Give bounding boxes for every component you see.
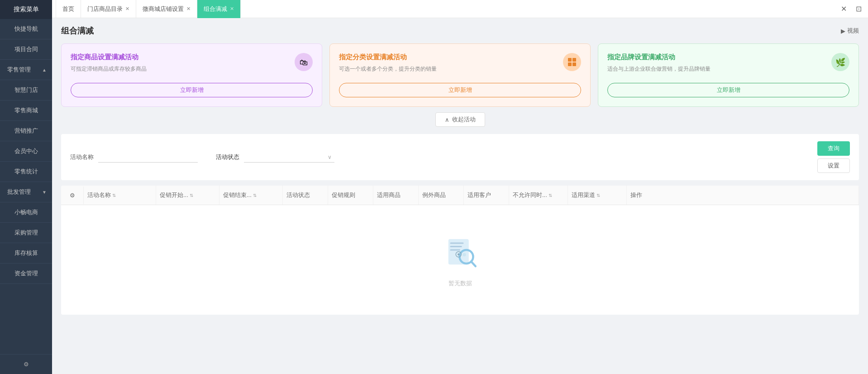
sort-icon: ⇅ bbox=[112, 193, 116, 198]
page-content: 组合满减 ▶ 视频 指定商品设置满减活动 🛍 可指定滞销商品或库存较多商品 立即… bbox=[52, 18, 868, 374]
set-button[interactable]: 设置 bbox=[817, 158, 850, 173]
collapse-bar: ∧ 收起活动 bbox=[61, 112, 859, 127]
svg-rect-11 bbox=[450, 246, 462, 247]
tab-combo-discount[interactable]: 组合满减 ✕ bbox=[197, 0, 241, 18]
tab-store-catalog[interactable]: 门店商品目录 ✕ bbox=[81, 0, 136, 18]
card-goods-add-button[interactable]: 立即新增 bbox=[71, 83, 313, 97]
card-brand-title: 指定品牌设置满减活动 bbox=[607, 53, 849, 62]
card-category-add-button[interactable]: 立即新增 bbox=[339, 83, 581, 97]
card-goods-desc: 可指定滞销商品或库存较多商品 bbox=[71, 65, 313, 77]
cards-row: 指定商品设置满减活动 🛍 可指定滞销商品或库存较多商品 立即新增 指定分类设置满… bbox=[61, 43, 859, 107]
svg-rect-6 bbox=[572, 62, 576, 66]
gear-button[interactable]: ⚙ bbox=[0, 354, 52, 374]
tab-home[interactable]: 首页 bbox=[56, 0, 81, 18]
collapse-activity-button[interactable]: ∧ 收起活动 bbox=[435, 112, 485, 127]
chevron-down-icon: ▼ bbox=[42, 190, 47, 195]
category-icon bbox=[563, 53, 581, 74]
activity-status-label: 活动状态 bbox=[216, 153, 239, 161]
th-end-date[interactable]: 促销结束... ⇅ bbox=[219, 186, 283, 205]
th-status: 活动状态 bbox=[283, 186, 328, 205]
close-tab-wechat-store[interactable]: ✕ bbox=[186, 6, 191, 12]
empty-state: 暂无数据 bbox=[61, 205, 859, 315]
search-actions: 查询 设置 bbox=[817, 141, 850, 173]
card-brand: 指定品牌设置满减活动 🌿 适合与上游企业联合做营销，提升品牌销量 立即新增 bbox=[598, 43, 859, 107]
th-rule: 促销规则 bbox=[328, 186, 373, 205]
sidebar-item-member-center[interactable]: 会员中心 bbox=[0, 141, 52, 162]
sidebar-item-retail-mgmt[interactable]: 零售管理 ▲ bbox=[0, 60, 52, 80]
svg-rect-3 bbox=[568, 58, 572, 62]
video-link[interactable]: ▶ 视频 bbox=[841, 27, 859, 35]
sort-icon: ⇅ bbox=[253, 193, 257, 198]
close-window-button[interactable]: ✕ bbox=[838, 4, 849, 14]
svg-text:🛍: 🛍 bbox=[300, 58, 308, 67]
card-category-title: 指定分类设置满减活动 bbox=[339, 53, 581, 62]
sidebar-item-smart-store[interactable]: 智慧门店 bbox=[0, 80, 52, 101]
sidebar: 搜索菜单 快捷导航 项目合同 零售管理 ▲ 智慧门店 零售商城 营销推广 会员中… bbox=[0, 0, 52, 374]
close-tab-store-catalog[interactable]: ✕ bbox=[125, 6, 129, 12]
empty-illustration bbox=[440, 232, 481, 273]
data-table: ⚙ 活动名称 ⇅ 促销开始... ⇅ 促销结束... ⇅ 活动状态 bbox=[61, 186, 859, 315]
th-gear[interactable]: ⚙ bbox=[61, 187, 84, 204]
th-activity-name[interactable]: 活动名称 ⇅ bbox=[84, 186, 156, 205]
card-brand-desc: 适合与上游企业联合做营销，提升品牌销量 bbox=[607, 65, 849, 77]
card-category: 指定分类设置满减活动 可选一个或者多个分类，提升分类的销量 立即新增 bbox=[329, 43, 591, 107]
svg-rect-12 bbox=[450, 249, 460, 251]
sort-icon: ⇅ bbox=[548, 193, 552, 198]
sidebar-item-inventory-calc[interactable]: 库存核算 bbox=[0, 243, 52, 264]
th-exception: 例外商品 bbox=[419, 186, 464, 205]
activity-name-input[interactable] bbox=[98, 152, 198, 163]
empty-text: 暂无数据 bbox=[448, 279, 472, 288]
query-button[interactable]: 查询 bbox=[817, 141, 850, 156]
close-tab-combo-discount[interactable]: ✕ bbox=[230, 6, 234, 12]
tab-wechat-store[interactable]: 微商城店铺设置 ✕ bbox=[136, 0, 197, 18]
sidebar-item-purchase-mgmt[interactable]: 采购管理 bbox=[0, 223, 52, 243]
sort-icon: ⇅ bbox=[596, 193, 600, 198]
expand-window-button[interactable]: ⊡ bbox=[853, 4, 864, 14]
sidebar-item-retail-stats[interactable]: 零售统计 bbox=[0, 162, 52, 182]
svg-line-14 bbox=[471, 262, 476, 267]
chevron-up-icon: ∧ bbox=[445, 116, 449, 123]
sidebar-item-marketing[interactable]: 营销推广 bbox=[0, 121, 52, 141]
main-area: 首页 门店商品目录 ✕ 微商城店铺设置 ✕ 组合满减 ✕ ✕ ⊡ 组合满减 ▶ … bbox=[52, 0, 868, 374]
svg-point-2 bbox=[563, 53, 581, 71]
sidebar-item-quick-nav[interactable]: 快捷导航 bbox=[0, 19, 52, 39]
search-bar: 活动名称 活动状态 ∨ 查询 设置 bbox=[61, 134, 859, 180]
table-header: ⚙ 活动名称 ⇅ 促销开始... ⇅ 促销结束... ⇅ 活动状态 bbox=[61, 186, 859, 205]
svg-rect-10 bbox=[450, 243, 463, 244]
th-customer: 适用客户 bbox=[464, 186, 509, 205]
play-icon: ▶ bbox=[841, 28, 845, 34]
th-action: 操作 bbox=[627, 186, 859, 205]
svg-text:🌿: 🌿 bbox=[835, 58, 846, 67]
tab-bar: 首页 门店商品目录 ✕ 微商城店铺设置 ✕ 组合满减 ✕ ✕ ⊡ bbox=[52, 0, 868, 18]
activity-name-label: 活动名称 bbox=[70, 153, 94, 161]
sidebar-item-xiaochangec[interactable]: 小畅电商 bbox=[0, 202, 52, 223]
card-goods: 指定商品设置满减活动 🛍 可指定滞销商品或库存较多商品 立即新增 bbox=[61, 43, 322, 107]
settings-icon: ⚙ bbox=[70, 192, 75, 199]
tab-window-actions: ✕ ⊡ bbox=[838, 4, 864, 14]
th-channel[interactable]: 适用渠道 ⇅ bbox=[568, 186, 627, 205]
card-category-desc: 可选一个或者多个分类，提升分类的销量 bbox=[339, 65, 581, 77]
card-brand-add-button[interactable]: 立即新增 bbox=[607, 83, 849, 97]
activity-status-select[interactable] bbox=[244, 152, 334, 163]
th-start-date[interactable]: 促销开始... ⇅ bbox=[156, 186, 219, 205]
svg-point-17 bbox=[458, 254, 460, 256]
page-header: 组合满减 ▶ 视频 bbox=[61, 25, 859, 36]
activity-status-select-wrapper: ∨ bbox=[244, 152, 334, 163]
activity-status-field: 活动状态 ∨ bbox=[216, 152, 334, 163]
th-goods: 适用商品 bbox=[373, 186, 419, 205]
sidebar-search-menu[interactable]: 搜索菜单 bbox=[0, 0, 52, 19]
svg-rect-4 bbox=[572, 58, 576, 62]
sidebar-item-retail-mall[interactable]: 零售商城 bbox=[0, 101, 52, 121]
th-notallow[interactable]: 不允许同时... ⇅ bbox=[509, 186, 568, 205]
sidebar-item-wholesale-mgmt[interactable]: 批发管理 ▼ bbox=[0, 182, 52, 202]
bag-icon: 🛍 bbox=[295, 53, 313, 74]
leaf-icon: 🌿 bbox=[831, 53, 849, 74]
card-goods-title: 指定商品设置满减活动 bbox=[71, 53, 313, 62]
activity-name-field: 活动名称 bbox=[70, 152, 198, 163]
chevron-up-icon: ▲ bbox=[42, 67, 47, 72]
sidebar-item-fund-mgmt[interactable]: 资金管理 bbox=[0, 264, 52, 284]
sidebar-item-project-contract[interactable]: 项目合同 bbox=[0, 39, 52, 60]
svg-point-15 bbox=[463, 253, 466, 257]
svg-rect-5 bbox=[568, 62, 572, 66]
sort-icon: ⇅ bbox=[190, 193, 193, 198]
